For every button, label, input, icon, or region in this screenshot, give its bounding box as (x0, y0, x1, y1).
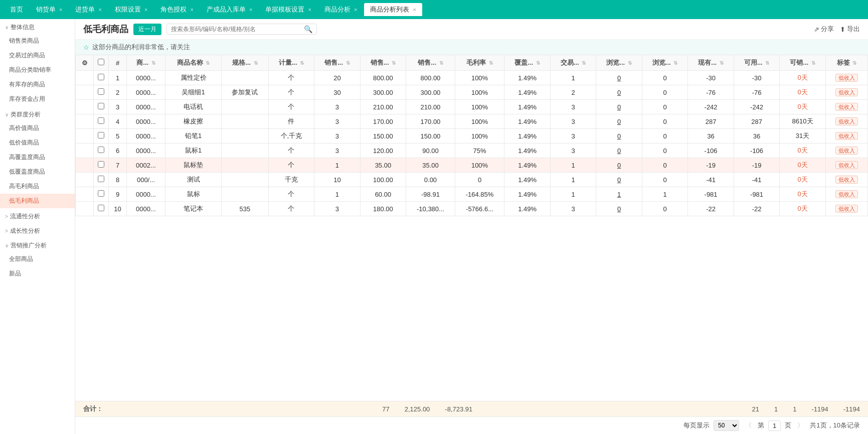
sidebar-group-营销推广分析[interactable]: ∨ 营销推广分析 (0, 237, 75, 252)
sidebar-item-库存资金占用[interactable]: 库存资金占用 (0, 92, 75, 106)
nav-close-icon[interactable]: × (306, 7, 311, 13)
sidebar-item-高价值商品[interactable]: 高价值商品 (0, 121, 75, 135)
th-spec[interactable]: 规格... ⇅ (222, 55, 269, 71)
th-sales-qty[interactable]: 销售... ⇅ (314, 55, 361, 71)
prev-page-button[interactable]: 〈 (743, 420, 754, 431)
nav-item-权限设置[interactable]: 权限设置 × (109, 3, 153, 16)
cell-settings[interactable] (76, 114, 94, 129)
row-checkbox[interactable] (98, 161, 104, 168)
per-page-select[interactable]: 50 100 200 (714, 420, 739, 431)
browse1-link[interactable]: 0 (617, 132, 621, 140)
row-checkbox[interactable] (98, 190, 104, 197)
export-button[interactable]: ⬆ 导出 (840, 25, 860, 34)
cell-settings[interactable] (76, 85, 94, 100)
browse1-link[interactable]: 0 (617, 89, 621, 96)
cell-checkbox[interactable] (94, 85, 109, 100)
th-current-stock[interactable]: 现有... ⇅ (688, 55, 734, 71)
sidebar-group-类群度分析[interactable]: ∨ 类群度分析 (0, 106, 75, 121)
th-checkbox[interactable] (94, 55, 109, 71)
browse1-link[interactable]: 0 (617, 162, 621, 169)
cell-settings[interactable] (76, 158, 94, 173)
th-tag[interactable]: 标签 ⇅ (825, 55, 867, 71)
sidebar-item-高毛利商品[interactable]: 高毛利商品 (0, 179, 75, 194)
cell-checkbox[interactable] (94, 100, 109, 114)
nav-item-首页[interactable]: 首页 (4, 3, 29, 16)
th-transaction[interactable]: 交易... ⇅ (550, 55, 596, 71)
cell-checkbox[interactable] (94, 143, 109, 158)
th-coverage[interactable]: 覆盖... ⇅ (504, 55, 551, 71)
search-icon[interactable]: 🔍 (304, 25, 312, 33)
th-sales-profit[interactable]: 销售... ⇅ (406, 55, 455, 71)
nav-close-icon[interactable]: × (97, 7, 101, 13)
period-button[interactable]: 近一月 (133, 24, 161, 35)
browse1-link[interactable]: 0 (617, 176, 621, 184)
row-checkbox[interactable] (98, 205, 104, 211)
cell-checkbox[interactable] (94, 173, 109, 187)
nav-item-单据模板设置[interactable]: 单据模板设置 × (259, 3, 317, 16)
nav-item-商品分析[interactable]: 商品分析 × (318, 3, 363, 16)
cell-checkbox[interactable] (94, 71, 109, 85)
cell-checkbox[interactable] (94, 114, 109, 129)
browse1-link[interactable]: 1 (617, 191, 621, 198)
cell-settings[interactable] (76, 143, 94, 158)
cell-checkbox[interactable] (94, 158, 109, 173)
th-browse2[interactable]: 浏览... ⇅ (642, 55, 688, 71)
sidebar-item-有库存的商品[interactable]: 有库存的商品 (0, 77, 75, 92)
th-name[interactable]: 商品名称 ⇅ (165, 55, 222, 71)
cell-settings[interactable] (76, 173, 94, 187)
th-browse1[interactable]: 浏览... ⇅ (596, 55, 642, 71)
row-checkbox[interactable] (98, 117, 104, 124)
next-page-button[interactable]: 〉 (795, 420, 806, 431)
sidebar-item-低覆盖度商品[interactable]: 低覆盖度商品 (0, 165, 75, 179)
sidebar-item-全部商品[interactable]: 全部商品 (0, 252, 75, 266)
browse1-link[interactable]: 0 (617, 205, 621, 213)
nav-close-icon[interactable]: × (248, 7, 252, 13)
row-checkbox[interactable] (98, 103, 104, 109)
sidebar-group-流通性分析[interactable]: > 流通性分析 (0, 208, 75, 223)
browse1-link[interactable]: 0 (617, 74, 621, 82)
row-checkbox[interactable] (98, 147, 104, 153)
nav-close-icon[interactable]: × (411, 7, 416, 13)
th-sellable-days[interactable]: 可销... ⇅ (780, 55, 826, 71)
row-checkbox[interactable] (98, 74, 104, 80)
sidebar-item-新品[interactable]: 新品 (0, 266, 75, 281)
nav-close-icon[interactable]: × (189, 7, 193, 13)
select-all-checkbox[interactable] (98, 59, 104, 65)
sidebar-item-高覆盖度商品[interactable]: 高覆盖度商品 (0, 150, 75, 165)
cell-checkbox[interactable] (94, 187, 109, 202)
cell-settings[interactable] (76, 202, 94, 216)
cell-settings[interactable] (76, 71, 94, 85)
cell-checkbox[interactable] (94, 202, 109, 216)
th-settings[interactable]: ⚙ (76, 55, 94, 71)
sidebar-group-成长性分析[interactable]: > 成长性分析 (0, 223, 75, 237)
nav-close-icon[interactable]: × (353, 7, 357, 13)
nav-item-角色授权[interactable]: 角色授权 × (154, 3, 199, 16)
browse1-link[interactable]: 0 (617, 118, 621, 125)
cell-settings[interactable] (76, 100, 94, 114)
sidebar-group-整体信息[interactable]: ∨ 整体信息 (0, 19, 75, 34)
th-sales-price[interactable]: 销售... ⇅ (360, 55, 406, 71)
browse1-link[interactable]: 0 (617, 147, 621, 155)
th-available-stock[interactable]: 可用... ⇅ (734, 55, 780, 71)
search-input[interactable] (171, 26, 304, 33)
row-checkbox[interactable] (98, 132, 104, 138)
th-gross-margin[interactable]: 毛利率 ⇅ (455, 55, 504, 71)
nav-item-销货单[interactable]: 销货单 × (30, 3, 68, 16)
nav-item-进货单[interactable]: 进货单 × (69, 3, 107, 16)
th-code[interactable]: 商... ⇅ (127, 55, 165, 71)
sidebar-item-低毛利商品[interactable]: 低毛利商品 (0, 194, 75, 208)
row-checkbox[interactable] (98, 176, 104, 182)
nav-close-icon[interactable]: × (143, 7, 147, 13)
sidebar-item-商品分类助销率[interactable]: 商品分类助销率 (0, 63, 75, 77)
cell-settings[interactable] (76, 129, 94, 143)
row-checkbox[interactable] (98, 88, 104, 95)
cell-checkbox[interactable] (94, 129, 109, 143)
th-unit[interactable]: 计量... ⇅ (268, 55, 314, 71)
sidebar-item-销售类商品[interactable]: 销售类商品 (0, 34, 75, 48)
share-button[interactable]: ⇗ 分享 (814, 25, 834, 34)
nav-item-商品分析列表[interactable]: 商品分析列表 × (364, 3, 422, 16)
nav-item-产成品入库单[interactable]: 产成品入库单 × (201, 3, 258, 16)
browse1-link[interactable]: 0 (617, 103, 621, 111)
sidebar-item-低价值商品[interactable]: 低价值商品 (0, 135, 75, 150)
sidebar-item-交易过的商品[interactable]: 交易过的商品 (0, 48, 75, 63)
